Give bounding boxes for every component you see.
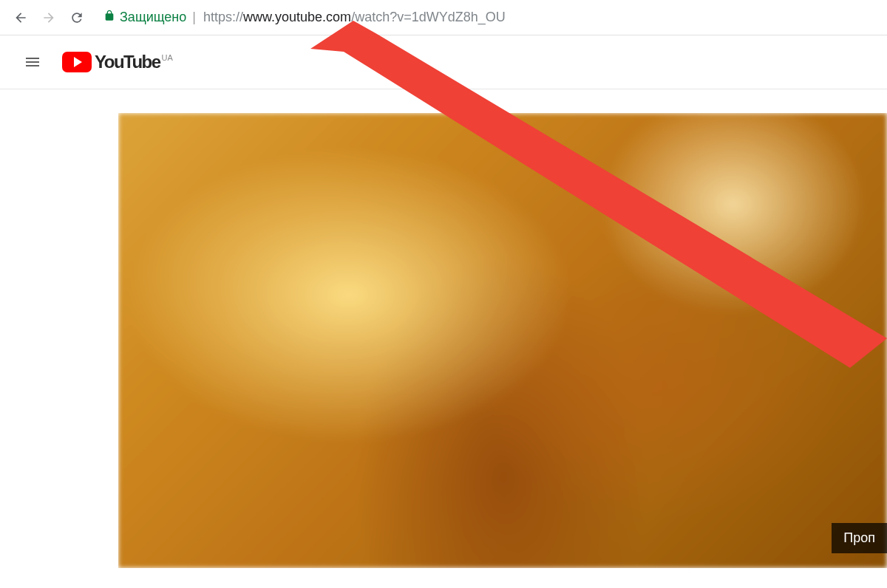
reload-icon [69, 10, 84, 25]
nav-buttons [9, 6, 89, 30]
arrow-left-icon [13, 10, 28, 25]
youtube-logo-text: YouTube [95, 52, 160, 72]
youtube-logo[interactable]: YouTube UA [62, 52, 173, 72]
video-frame [118, 113, 887, 568]
back-button[interactable] [9, 6, 33, 30]
skip-ad-button[interactable]: Проп [832, 523, 887, 553]
url-path: /watch?v=1dWYdZ8h_OU [351, 10, 506, 25]
address-bar[interactable]: Защищено | https://www.youtube.com/watch… [103, 4, 878, 31]
skip-ad-label: Проп [843, 530, 875, 545]
forward-button[interactable] [37, 6, 61, 30]
header-divider [0, 89, 887, 89]
url-divider: | [192, 10, 196, 25]
url-domain: www.youtube.com [243, 10, 351, 25]
reload-button[interactable] [65, 6, 89, 30]
video-player[interactable]: Проп [118, 113, 887, 568]
secure-label: Защищено [120, 10, 186, 25]
youtube-region: UA [162, 53, 173, 62]
browser-toolbar: Защищено | https://www.youtube.com/watch… [0, 0, 887, 35]
arrow-right-icon [41, 10, 56, 25]
youtube-header: YouTube UA [0, 35, 887, 89]
youtube-play-icon [62, 52, 92, 72]
hamburger-icon [24, 53, 41, 71]
hamburger-menu-button[interactable] [18, 47, 47, 77]
lock-icon [103, 10, 115, 25]
url-protocol: https:// [203, 10, 243, 25]
